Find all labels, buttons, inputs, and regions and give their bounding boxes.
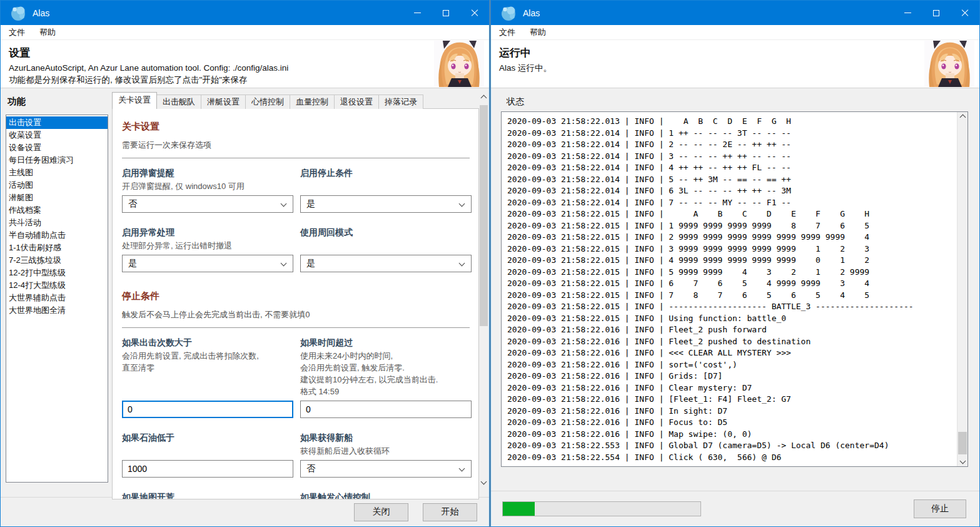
tab[interactable]: 血量控制 — [290, 95, 335, 109]
select-value: 是 — [128, 258, 137, 269]
window-title: Alas — [523, 8, 540, 18]
log-box: 2020-09-03 21:58:22.013 | INFO | A B C D… — [501, 111, 968, 467]
close-button[interactable] — [460, 1, 489, 25]
title-bar: Alas — [1, 1, 489, 25]
settings-window: Alas 文件 帮助 设置 AzurLaneAutoScript, An Azu… — [0, 0, 490, 527]
field-description: 处理部分异常, 运行出错时撤退 — [122, 240, 293, 252]
minimize-button[interactable] — [403, 1, 432, 25]
log-line: 2020-09-03 21:58:22.015 | INFO | 5 9999 … — [507, 267, 955, 279]
chevron-down-icon — [481, 479, 487, 485]
log-line: 2020-09-03 21:58:22.016 | INFO | Grids: … — [507, 371, 955, 382]
close-button[interactable] — [951, 1, 979, 25]
progress-bar — [502, 501, 701, 516]
tab[interactable]: 心情控制 — [245, 95, 290, 109]
if-new-ship-select[interactable]: 否 — [300, 460, 472, 478]
field-label: 启用停止条件 — [300, 166, 472, 179]
if-time-exceed-input[interactable] — [300, 401, 472, 418]
log-line: 2020-09-03 21:58:22.015 | INFO | 4 9999 … — [507, 255, 955, 267]
log-line: 2020-09-03 21:58:22.015 | INFO | 2 9999 … — [507, 232, 955, 243]
log-line: 2020-09-03 21:58:22.015 | INFO | 1 9999 … — [507, 220, 955, 232]
log-line: 2020-09-03 21:58:22.015 | INFO | 3 9999 … — [507, 243, 955, 255]
enable-stop-select[interactable]: 是 — [300, 195, 472, 213]
sidebar-item[interactable]: 出击设置 — [6, 116, 108, 129]
chevron-down-icon — [459, 201, 465, 207]
sidebar-item[interactable]: 12-4打大型练级 — [6, 279, 108, 292]
field-label: 使用周回模式 — [300, 226, 472, 238]
log-line: 2020-09-03 21:58:22.015 | INFO | Using f… — [507, 313, 955, 325]
field-if-map-clear: 如果地图开荒 — [122, 491, 293, 499]
tab[interactable]: 关卡设置 — [112, 92, 157, 109]
enable-popup-select[interactable]: 否 — [122, 195, 293, 213]
sidebar-item[interactable]: 大世界辅助点击 — [6, 292, 108, 304]
field-description: 开启弹窗提醒, 仅 windows10 可用 — [122, 180, 293, 192]
tab[interactable]: 出击舰队 — [156, 95, 201, 109]
if-count-greater-input[interactable] — [122, 401, 293, 418]
log-line: 2020-09-03 21:58:22.014 | INFO | 6 3L --… — [507, 185, 955, 197]
sidebar-item[interactable]: 12-2打中型练级 — [6, 267, 108, 279]
scroll-up-arrow[interactable] — [957, 112, 967, 123]
sidebar-item[interactable]: 半自动辅助点击 — [6, 229, 108, 242]
section-heading: 关卡设置 — [122, 121, 470, 133]
sidebar-item[interactable]: 潜艇图 — [6, 192, 108, 204]
sidebar-item[interactable]: 7-2三战拣垃圾 — [6, 254, 108, 267]
field-if-emotion-control: 如果触发心情控制 若是, 等待回复, 完成本次, 停止 — [300, 491, 472, 499]
log-line: 2020-09-03 21:58:22.015 | INFO | 6 7 6 5… — [507, 278, 955, 290]
section-description: 触发后不会马上停止会先完成当前出击, 不需要就填0 — [122, 309, 470, 320]
content-scrollbar[interactable] — [479, 93, 488, 487]
menu-file[interactable]: 文件 — [497, 26, 517, 39]
sidebar-item[interactable]: 作战档案 — [6, 204, 108, 217]
page-title: 运行中 — [499, 46, 920, 60]
tab[interactable]: 潜艇设置 — [201, 95, 246, 109]
scrollbar-thumb[interactable] — [480, 105, 488, 326]
sidebar-item[interactable]: 每日任务困难演习 — [6, 154, 108, 166]
scroll-down-arrow[interactable] — [479, 476, 488, 487]
chevron-up-icon — [481, 95, 487, 101]
log-line: 2020-09-03 21:58:22.016 | INFO | Map swi… — [507, 429, 955, 441]
maximize-button[interactable] — [922, 1, 951, 25]
select-value: 是 — [306, 198, 315, 210]
stop-button[interactable]: 停止 — [914, 499, 966, 518]
log-line: 2020-09-03 21:58:22.553 | INFO | Global … — [507, 440, 955, 452]
sidebar-item[interactable]: 活动图 — [6, 179, 108, 192]
sidebar-item[interactable]: 大世界地图全清 — [6, 304, 108, 317]
sidebar-item[interactable]: 1-1伏击刷好感 — [6, 242, 108, 254]
log-line: 2020-09-03 21:58:22.014 | INFO | 7 -- --… — [507, 197, 955, 209]
page-header: 设置 AzurLaneAutoScript, An Azur Lane auto… — [1, 40, 489, 88]
field-if-new-ship: 如果获得新船 获得新船后进入收获循环 否 — [300, 431, 472, 491]
log-line: 2020-09-03 21:58:22.013 | INFO | A B C D… — [507, 116, 955, 128]
menu-bar: 文件 帮助 — [491, 25, 979, 40]
menu-help[interactable]: 帮助 — [528, 26, 548, 39]
sidebar-item[interactable]: 收菜设置 — [6, 129, 108, 141]
alas-logo-icon — [500, 4, 517, 22]
log-line: 2020-09-03 21:58:22.016 | INFO | Fleet_2… — [507, 324, 955, 336]
field-label: 启用异常处理 — [122, 226, 293, 238]
menu-file[interactable]: 文件 — [7, 26, 27, 39]
section-description: 需要运行一次来保存选项 — [122, 140, 470, 151]
scroll-up-arrow[interactable] — [479, 93, 488, 103]
field-if-oil-lower: 如果石油低于 — [122, 431, 293, 491]
scroll-down-arrow[interactable] — [957, 456, 967, 466]
log-line: 2020-09-03 21:58:22.014 | INFO | 2 -- --… — [507, 139, 955, 151]
minimize-button[interactable] — [893, 1, 922, 25]
footer-bar: 停止 — [491, 491, 979, 526]
loop-mode-select[interactable]: 是 — [300, 255, 472, 272]
menu-help[interactable]: 帮助 — [38, 26, 58, 39]
status-label: 状态 — [507, 96, 524, 108]
sidebar-item[interactable]: 主线图 — [6, 166, 108, 179]
page-subtitle-1: Alas 运行中。 — [499, 62, 920, 74]
maximize-button[interactable] — [432, 1, 460, 25]
sidebar-item[interactable]: 设备设置 — [6, 141, 108, 154]
scrollbar-thumb[interactable] — [958, 432, 967, 454]
if-oil-lower-input[interactable] — [122, 460, 293, 478]
field-description: 使用未来24小时内的时间, 会沿用先前设置, 触发后清零. 建议提前10分钟左右… — [300, 350, 472, 397]
sidebar-item[interactable]: 共斗活动 — [6, 217, 108, 229]
field-loop-mode: 使用周回模式 是 — [300, 226, 472, 285]
tab[interactable]: 掉落记录 — [378, 95, 423, 109]
start-button[interactable]: 开始 — [423, 503, 477, 521]
log-scrollbar[interactable] — [957, 112, 967, 466]
maximize-icon — [933, 10, 939, 16]
close-settings-button[interactable]: 关闭 — [354, 503, 408, 521]
tab[interactable]: 退役设置 — [334, 95, 379, 109]
exception-select[interactable]: 是 — [122, 255, 293, 272]
field-label: 如果石油低于 — [122, 431, 293, 444]
